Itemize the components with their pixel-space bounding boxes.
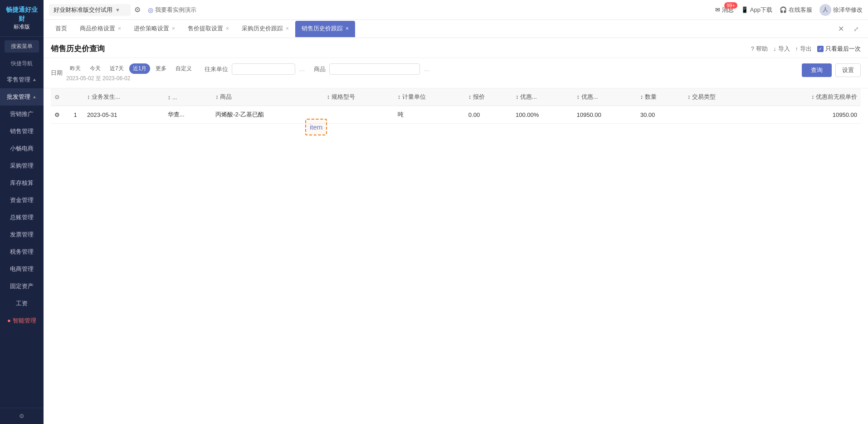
date-option-custom[interactable]: 自定义 [172, 63, 195, 74]
from-unit-dots-button[interactable]: … [299, 66, 305, 72]
sidebar-item-wholesale[interactable]: 批发管理 ▲ [0, 88, 44, 106]
th-spec[interactable]: ↕ 规格型号 [323, 88, 394, 106]
product-dots-button[interactable]: … [424, 66, 429, 72]
sidebar: 畅捷通好业财 标准版 搜索菜单 快捷导航 零售管理 ▲ 批发管理 ▲ 营销推广 … [0, 0, 44, 424]
row-pretax-price: 10950.00 [755, 106, 861, 124]
row-qty: 30.00 [637, 106, 684, 124]
from-unit-label: 往来单位 [205, 65, 228, 73]
main-area: 好业财标准版交付试用 ▼ ⚙ ◎ 我要看实例演示 ✉ 消息 99+ 📱 App下… [44, 0, 868, 424]
th-product[interactable]: ↕ 商品 [212, 88, 323, 106]
date-option-yesterday[interactable]: 昨天 [66, 63, 84, 74]
date-option-last1m[interactable]: 近1月 [129, 63, 151, 74]
th-qty[interactable]: ↕ 数量 [637, 88, 684, 106]
th-biz-date[interactable]: ↕ 业务发生... [83, 88, 164, 106]
help-button[interactable]: ? 帮助 [751, 45, 768, 53]
date-option-more[interactable]: 更多 [152, 63, 170, 74]
tab-home[interactable]: 首页 [49, 21, 73, 37]
demo-button[interactable]: ◎ 我要看实例演示 [148, 6, 196, 14]
app-download-button[interactable]: 📱 App下载 [741, 6, 772, 14]
date-option-list: 昨天 今天 近7天 近1月 更多 自定义 [66, 63, 195, 74]
date-option-today[interactable]: 今天 [86, 63, 104, 74]
sidebar-item-marketing[interactable]: 营销推广 [0, 106, 44, 123]
tab-product-price-close[interactable]: × [118, 25, 121, 32]
tab-purchase-history-close[interactable]: × [286, 25, 289, 32]
avatar: 人 [819, 4, 831, 16]
online-service-button[interactable]: 🎧 在线客服 [780, 6, 812, 14]
only-last-checkbox[interactable]: ✓ 只看最后一次 [817, 45, 861, 53]
message-button[interactable]: ✉ 消息 99+ [715, 6, 734, 14]
th-pretax-price[interactable]: ↕ 优惠前无税单价 [755, 88, 861, 106]
sidebar-item-finance[interactable]: 资金管理 [0, 192, 44, 209]
question-icon: ? [751, 45, 754, 52]
tab-purchase-strategy[interactable]: 进价策略设置 × [127, 21, 181, 37]
tab-product-price-label: 商品价格设置 [80, 24, 115, 33]
topbar-settings-icon[interactable]: ⚙ [134, 5, 141, 14]
window-expand-button[interactable]: ⤢ [850, 23, 863, 35]
tab-price-extract[interactable]: 售价提取设置 × [181, 21, 235, 37]
sidebar-settings-button[interactable]: ⚙ [0, 408, 44, 424]
row-biz-date: 2023-05-31 [83, 106, 164, 124]
sidebar-logo: 畅捷通好业财 标准版 [0, 0, 44, 37]
sidebar-item-light-ecommerce[interactable]: 小畅电商 [0, 140, 44, 157]
headset-icon: 🎧 [780, 6, 787, 13]
filter-right-actions: 查询 设置 [802, 63, 861, 77]
tab-purchase-history[interactable]: 采购历史价跟踪 × [235, 21, 295, 37]
demo-label: 我要看实例演示 [155, 6, 196, 14]
sidebar-item-sales[interactable]: 销售管理 [0, 123, 44, 140]
export-button[interactable]: ↑ 导出 [795, 45, 812, 53]
sidebar-item-smart[interactable]: ● 智能管理 [0, 312, 44, 329]
user-name: 徐泽华修改 [833, 6, 863, 14]
chevron-down-icon: ▼ [115, 7, 120, 13]
search-menu-button[interactable]: 搜索菜单 [5, 40, 39, 53]
table-header: ⚙ ↕ 业务发生... ↕ ... ↕ 商品 ↕ 规格型号 ↕ 计量单位 ↕ 报… [51, 88, 861, 106]
page-container: 销售历史价查询 ? 帮助 ↓ 导入 ↑ 导出 ✓ [44, 38, 868, 424]
gear-icon: ⚙ [54, 94, 60, 101]
product-selector[interactable]: 好业财标准版交付试用 ▼ [49, 4, 131, 16]
tab-price-extract-label: 售价提取设置 [188, 24, 223, 33]
th-dots[interactable]: ↕ ... [164, 88, 212, 106]
window-close-button[interactable]: ✕ [834, 23, 847, 35]
product-input[interactable] [329, 63, 420, 75]
tab-product-price[interactable]: 商品价格设置 × [73, 21, 127, 37]
th-discount2[interactable]: ↕ 优惠... [573, 88, 636, 106]
sidebar-logo-text: 畅捷通好业财 标准版 [4, 5, 40, 31]
settings-button[interactable]: 设置 [835, 63, 861, 77]
th-trade-type[interactable]: ↕ 交易类型 [684, 88, 755, 106]
date-filter-group: 日期 昨天 今天 近7天 近1月 更多 自定义 2023-05-02 至 202… [51, 63, 195, 82]
th-unit[interactable]: ↕ 计量单位 [394, 88, 465, 106]
tabbar-actions: ✕ ⤢ [834, 23, 863, 35]
date-option-last7[interactable]: 近7天 [106, 63, 127, 74]
tab-purchase-strategy-close[interactable]: × [172, 25, 175, 32]
th-price[interactable]: ↕ 报价 [465, 88, 512, 106]
sidebar-item-purchase[interactable]: 采购管理 [0, 157, 44, 174]
tab-sales-history[interactable]: 销售历史价跟踪 × [295, 21, 355, 37]
product-filter-group: 商品 … [314, 63, 429, 75]
gear-icon: ⚙ [19, 413, 24, 419]
sidebar-item-inventory[interactable]: 库存核算 [0, 174, 44, 192]
sidebar-item-ledger[interactable]: 总账管理 [0, 209, 44, 226]
product-filter-label: 商品 [314, 65, 326, 73]
sidebar-item-tax[interactable]: 税务管理 [0, 243, 44, 260]
sidebar-item-retail[interactable]: 零售管理 ▲ [0, 71, 44, 88]
tab-sales-history-close[interactable]: × [346, 25, 349, 32]
sidebar-item-payroll[interactable]: 工资 [0, 295, 44, 312]
import-button[interactable]: ↓ 导入 [773, 45, 790, 53]
sidebar-item-invoice[interactable]: 发票管理 [0, 226, 44, 243]
row-gear[interactable]: ⚙ [51, 106, 67, 124]
sidebar-item-ecommerce[interactable]: 电商管理 [0, 260, 44, 278]
export-icon: ↑ [795, 45, 799, 52]
message-badge: 99+ [724, 2, 737, 9]
message-icon: ✉ [715, 6, 720, 13]
filter-bar: 日期 昨天 今天 近7天 近1月 更多 自定义 2023-05-02 至 202… [44, 58, 868, 88]
query-button[interactable]: 查询 [802, 63, 832, 77]
sidebar-quick-nav-item[interactable]: 快捷导航 [0, 56, 44, 71]
th-discount1[interactable]: ↕ 优惠... [512, 88, 573, 106]
from-unit-input[interactable] [232, 63, 295, 75]
tab-price-extract-close[interactable]: × [226, 25, 229, 32]
row-trade-type [684, 106, 755, 124]
sidebar-search[interactable]: 搜索菜单 [0, 37, 44, 56]
th-gear[interactable]: ⚙ [51, 88, 67, 106]
sidebar-item-assets[interactable]: 固定资产 [0, 278, 44, 295]
user-menu-button[interactable]: 人 徐泽华修改 [819, 4, 863, 16]
row-product: 丙烯酸-2-乙基已酯 [212, 106, 323, 124]
